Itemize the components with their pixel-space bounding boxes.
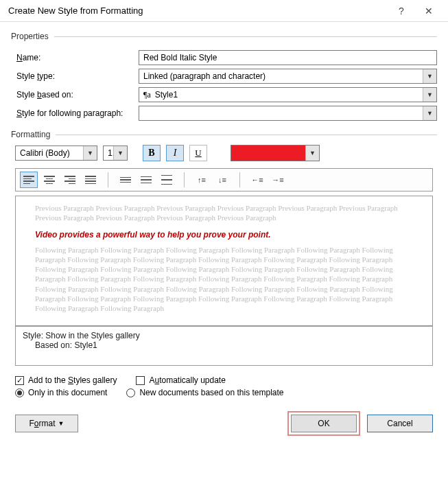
style-preview: Previous Paragraph Previous Paragraph Pr…	[15, 196, 433, 326]
based-on-label: Style based on:	[15, 90, 139, 100]
color-swatch	[231, 146, 305, 161]
style-type-label: Style type:	[15, 71, 139, 81]
checkbox-checked-icon: ✓	[15, 376, 24, 385]
based-on-value: Style1	[155, 90, 178, 100]
new-documents-template-radio[interactable]: New documents based on this template	[126, 388, 283, 397]
radio-selected-icon	[15, 388, 24, 397]
chevron-down-icon[interactable]: ▼	[423, 69, 436, 83]
cancel-button[interactable]: Cancel	[367, 415, 433, 432]
separator	[108, 172, 108, 187]
title-bar: Create New Style from Formatting ? ✕	[0, 0, 448, 22]
name-label: Name:	[15, 53, 139, 62]
pilcrow-icon: ¶a	[143, 90, 151, 100]
new-documents-template-label: New documents based on this template	[139, 388, 283, 397]
font-size-value: 11	[104, 148, 113, 158]
style-description-line2: Based on: Style1	[23, 340, 425, 350]
help-button[interactable]: ?	[388, 1, 415, 21]
line-spacing-1-button[interactable]	[117, 172, 134, 188]
align-left-button[interactable]	[20, 172, 38, 188]
space-before-increase-button[interactable]: ↑≡	[193, 172, 211, 188]
close-button[interactable]: ✕	[415, 1, 443, 21]
caret-down-icon: ▼	[58, 420, 64, 427]
preview-following-text: Following Paragraph Following Paragraph …	[35, 245, 413, 314]
italic-button[interactable]: I	[166, 145, 184, 161]
radio-unselected-icon	[126, 388, 135, 397]
separator	[239, 172, 240, 187]
chevron-down-icon[interactable]: ▼	[423, 106, 436, 120]
separator	[184, 172, 185, 187]
space-before-decrease-button[interactable]: ↓≡	[213, 172, 231, 188]
only-this-document-radio[interactable]: Only in this document	[15, 388, 107, 397]
automatically-update-checkbox[interactable]: Automatically update	[136, 375, 225, 385]
name-input[interactable]	[139, 50, 437, 65]
underline-button[interactable]: U	[189, 145, 207, 161]
ok-highlight: OK	[287, 411, 360, 436]
preview-sample-text: Video provides a powerful way to help yo…	[35, 230, 413, 240]
font-name-combo[interactable]: Calibri (Body) ▼	[15, 146, 97, 161]
line-spacing-3-button[interactable]	[158, 172, 176, 188]
preview-previous-text: Previous Paragraph Previous Paragraph Pr…	[35, 203, 413, 223]
align-center-button[interactable]	[40, 172, 58, 188]
ok-button[interactable]: OK	[291, 415, 357, 432]
add-to-gallery-checkbox[interactable]: ✓ Add to the Styles gallery	[15, 375, 117, 385]
following-paragraph-combo[interactable]: ▼	[139, 106, 437, 121]
font-size-combo[interactable]: 11 ▼	[103, 146, 128, 161]
chevron-down-icon[interactable]: ▼	[83, 146, 97, 160]
align-justify-button[interactable]	[82, 172, 99, 188]
formatting-group-label: Formatting	[11, 130, 437, 139]
properties-group-label: Properties	[11, 32, 437, 41]
chevron-down-icon[interactable]: ▼	[305, 146, 319, 161]
style-description: Style: Show in the Styles gallery Based …	[15, 326, 433, 366]
format-button[interactable]: Format ▼	[15, 415, 78, 432]
following-paragraph-label: Style for following paragraph:	[15, 108, 139, 118]
checkbox-unchecked-icon	[136, 376, 145, 385]
font-color-picker[interactable]: ▼	[231, 145, 320, 161]
chevron-down-icon[interactable]: ▼	[423, 88, 436, 102]
chevron-down-icon[interactable]: ▼	[113, 146, 127, 160]
style-type-combo[interactable]: Linked (paragraph and character) ▼	[139, 69, 437, 84]
align-right-button[interactable]	[61, 172, 79, 188]
bold-button[interactable]: B	[143, 145, 161, 161]
dialog-title: Create New Style from Formatting	[8, 5, 388, 16]
decrease-indent-button[interactable]: ←≡	[248, 172, 266, 188]
only-this-document-label: Only in this document	[28, 388, 107, 397]
based-on-combo[interactable]: ¶aStyle1 ▼	[139, 87, 437, 102]
style-type-value: Linked (paragraph and character)	[139, 71, 423, 81]
paragraph-toolbar: ↑≡ ↓≡ ←≡ →≡	[15, 168, 433, 191]
font-name-value: Calibri (Body)	[16, 148, 83, 158]
increase-indent-button[interactable]: →≡	[269, 172, 287, 188]
line-spacing-2-button[interactable]	[137, 172, 155, 188]
style-description-line1: Style: Show in the Styles gallery	[23, 331, 425, 340]
